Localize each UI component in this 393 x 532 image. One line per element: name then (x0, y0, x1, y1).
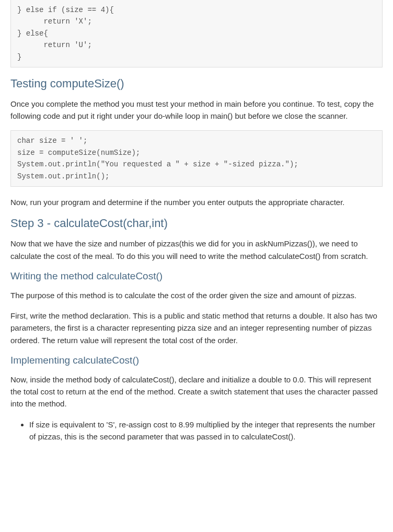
list-item-size-s: If size is equivalent to 'S', re-assign … (29, 418, 383, 443)
code-block-test: char size = ' '; size = computeSize(numS… (10, 130, 383, 187)
document-body: Testing computeSize() Once you complete … (0, 77, 393, 461)
bullet-list: If size is equivalent to 'S', re-assign … (10, 418, 383, 443)
paragraph-purpose: The purpose of this method is to calcula… (10, 289, 383, 301)
paragraph-implementing-body: Now, inside the method body of calculate… (10, 373, 383, 410)
paragraph-declaration: First, write the method declaration. Thi… (10, 310, 383, 346)
paragraph-run-program: Now, run your program and determine if t… (10, 196, 383, 208)
paragraph-test-instructions: Once you complete the method you must te… (10, 98, 383, 122)
code-block-else-if: } else if (size == 4){ return 'X'; } els… (10, 0, 383, 67)
paragraph-step3-intro: Now that we have the size and number of … (10, 237, 383, 262)
heading-implementing: Implementing calculateCost() (10, 355, 383, 366)
heading-writing-method: Writing the method calculateCost() (10, 270, 383, 282)
heading-step3: Step 3 - calculateCost(char,int) (10, 217, 383, 230)
heading-testing-computesize: Testing computeSize() (10, 77, 383, 90)
